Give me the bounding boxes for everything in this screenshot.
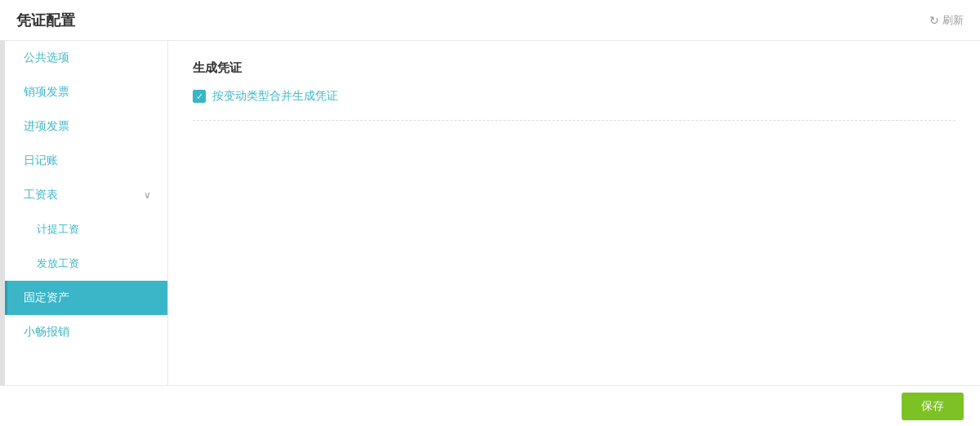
sidebar: 公共选项销项发票进项发票日记账工资表∨计提工资发放工资固定资产小畅报销 [5, 41, 168, 385]
sidebar-label-payroll-issue: 发放工资 [37, 256, 79, 271]
sidebar-label-payroll-accrual: 计提工资 [37, 222, 79, 237]
page-title: 凭证配置 [16, 11, 75, 30]
sidebar-label-sales-invoice: 销项发票 [24, 85, 69, 100]
page-header: 凭证配置 ↻ 刷新 [0, 0, 980, 41]
checkbox-row: 按变动类型合并生成凭证 [193, 89, 956, 104]
sidebar-label-journal: 日记账 [24, 153, 58, 168]
sidebar-item-payroll-table[interactable]: 工资表∨ [5, 178, 167, 212]
content-area: 生成凭证 按变动类型合并生成凭证 [168, 41, 980, 385]
main-layout: 公共选项销项发票进项发票日记账工资表∨计提工资发放工资固定资产小畅报销 生成凭证… [0, 41, 980, 385]
merge-voucher-checkbox[interactable] [193, 90, 206, 103]
sidebar-label-payroll-table: 工资表 [24, 188, 58, 202]
refresh-button[interactable]: ↻ 刷新 [929, 13, 964, 28]
save-button[interactable]: 保存 [902, 393, 964, 420]
refresh-icon: ↻ [929, 14, 939, 27]
sidebar-label-expense-report: 小畅报销 [24, 325, 69, 339]
sidebar-label-public-options: 公共选项 [24, 51, 69, 65]
section-divider [193, 120, 956, 121]
sidebar-item-payroll-accrual[interactable]: 计提工资 [5, 212, 167, 246]
sidebar-item-public-options[interactable]: 公共选项 [5, 41, 167, 75]
chevron-down-icon: ∨ [144, 189, 151, 201]
refresh-label: 刷新 [942, 13, 964, 28]
sidebar-label-purchase-invoice: 进项发票 [24, 119, 69, 134]
sidebar-item-journal[interactable]: 日记账 [5, 144, 167, 178]
sidebar-item-purchase-invoice[interactable]: 进项发票 [5, 109, 167, 144]
section-title: 生成凭证 [193, 60, 956, 76]
sidebar-item-fixed-assets[interactable]: 固定资产 [5, 281, 167, 315]
sidebar-label-fixed-assets: 固定资产 [24, 291, 69, 305]
sidebar-item-payroll-issue[interactable]: 发放工资 [5, 246, 167, 281]
sidebar-item-sales-invoice[interactable]: 销项发票 [5, 75, 167, 109]
merge-voucher-label[interactable]: 按变动类型合并生成凭证 [212, 89, 338, 104]
sidebar-item-expense-report[interactable]: 小畅报销 [5, 315, 167, 349]
page-footer: 保存 [0, 385, 980, 426]
